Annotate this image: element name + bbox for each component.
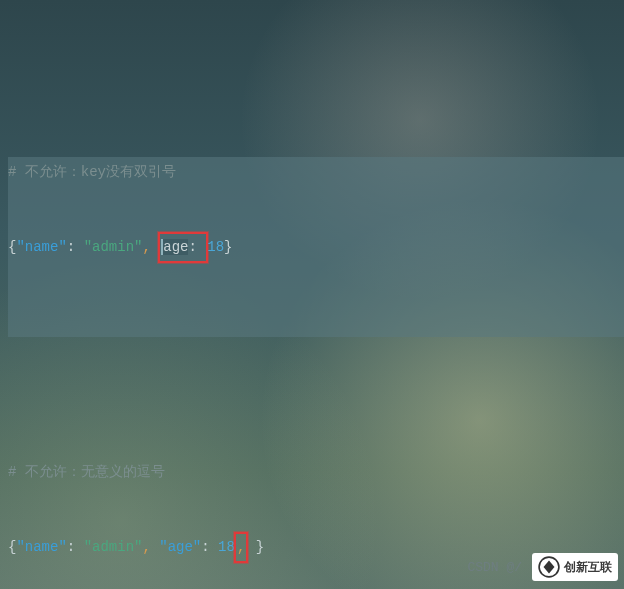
comment: # 不允许：key没有双引号 bbox=[8, 164, 176, 180]
num-18: 18 bbox=[207, 239, 224, 255]
colon: : bbox=[201, 539, 218, 555]
key-name: "name" bbox=[16, 239, 66, 255]
watermark: CSDN @/ 创新互联 bbox=[449, 547, 624, 589]
watermark-brand-text: 创新互联 bbox=[564, 559, 612, 576]
code-line: # 不允许：无意义的逗号 bbox=[8, 460, 616, 485]
str-admin: "admin" bbox=[84, 239, 143, 255]
error-box-unquoted-key: age: bbox=[158, 232, 208, 263]
comment: # 不允许：无意义的逗号 bbox=[8, 464, 165, 480]
brace-close: } bbox=[224, 239, 232, 255]
comma: , bbox=[237, 539, 245, 555]
code-editor: # 不允许：key没有双引号 {"name": "admin", age: 18… bbox=[0, 0, 624, 589]
watermark-pill: 创新互联 bbox=[532, 553, 618, 581]
brace-close: } bbox=[256, 539, 264, 555]
code-line: {"name": "admin", age: 18} bbox=[8, 235, 616, 260]
code-line: # 不允许：key没有双引号 bbox=[8, 160, 616, 185]
comma: , bbox=[142, 239, 159, 255]
watermark-left-text: CSDN @/ bbox=[467, 560, 522, 575]
num-18: 18 bbox=[218, 539, 235, 555]
colon: : bbox=[67, 539, 84, 555]
key-age: "age" bbox=[159, 539, 201, 555]
brand-logo-icon bbox=[538, 556, 560, 578]
colon: : bbox=[188, 239, 205, 255]
key-name: "name" bbox=[16, 539, 66, 555]
comma: , bbox=[142, 539, 159, 555]
colon: : bbox=[67, 239, 84, 255]
error-box-trailing-comma: , bbox=[234, 532, 248, 563]
blank-line bbox=[8, 335, 616, 360]
key-age-unquoted: age bbox=[161, 239, 188, 255]
str-admin: "admin" bbox=[84, 539, 143, 555]
